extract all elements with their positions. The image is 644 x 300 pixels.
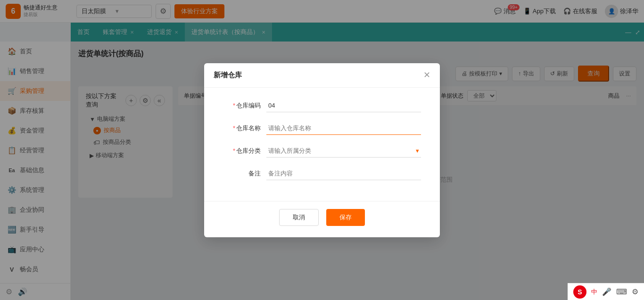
s-logo: S [573, 285, 586, 299]
modal-footer: 取消 保存 [204, 201, 440, 237]
code-input[interactable] [266, 99, 421, 112]
name-required-mark: * [233, 125, 235, 132]
form-row-code: *仓库编码 [223, 99, 421, 112]
save-button[interactable]: 保存 [326, 209, 365, 226]
category-required-mark: * [233, 147, 235, 154]
form-row-name: *仓库名称 [223, 122, 421, 135]
code-required-mark: * [233, 102, 235, 109]
add-warehouse-modal: 新增仓库 ✕ *仓库编码 *仓库名称 *仓库分类 [204, 63, 440, 237]
modal-header: 新增仓库 ✕ [204, 63, 440, 88]
note-label: 备注 [223, 169, 261, 178]
modal-title: 新增仓库 [214, 71, 242, 80]
name-label: *仓库名称 [223, 124, 261, 133]
bottom-bar: S 中 🎤 ⌨ ⚙ [568, 283, 644, 300]
category-dropdown-icon[interactable]: ▾ [416, 147, 419, 154]
form-row-category: *仓库分类 ▾ [223, 144, 421, 158]
category-input[interactable] [268, 147, 416, 154]
code-label: *仓库编码 [223, 101, 261, 110]
note-input[interactable] [266, 167, 421, 180]
modal-body: *仓库编码 *仓库名称 *仓库分类 ▾ [204, 88, 440, 201]
modal-close-button[interactable]: ✕ [423, 71, 430, 79]
keyboard-icon[interactable]: ⌨ [616, 287, 627, 296]
mic-icon[interactable]: 🎤 [602, 287, 611, 296]
category-label: *仓库分类 [223, 147, 261, 155]
bottom-chinese-label: 中 [591, 288, 597, 296]
name-input[interactable] [266, 122, 421, 135]
category-select-wrapper: ▾ [266, 144, 421, 158]
cancel-button[interactable]: 取消 [279, 209, 319, 226]
modal-overlay: 新增仓库 ✕ *仓库编码 *仓库名称 *仓库分类 [0, 0, 644, 300]
settings-bottom-right-icon[interactable]: ⚙ [632, 287, 638, 296]
form-row-note: 备注 [223, 167, 421, 180]
